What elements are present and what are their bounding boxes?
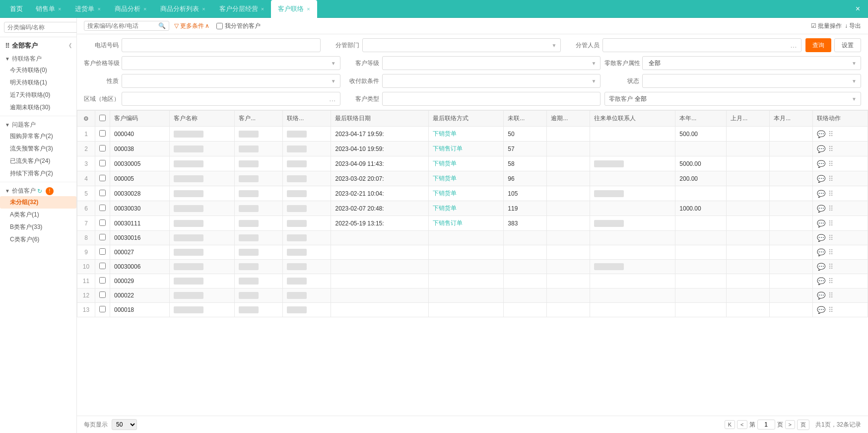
tab-customer-tier-close[interactable]: × (261, 6, 264, 12)
more-conditions-btn[interactable]: ▽ 更多条件 ∧ (174, 22, 209, 30)
menu-icon[interactable]: ⠿ (828, 160, 833, 168)
first-page-btn[interactable]: K (725, 420, 735, 429)
gender-select[interactable]: ▼ (122, 74, 340, 88)
tab-product-analysis-list-close[interactable]: × (202, 6, 205, 12)
status-select[interactable]: ▼ (642, 74, 861, 88)
tab-purchase-close[interactable]: × (97, 6, 100, 12)
last-way-link[interactable]: 下销售订单 (433, 219, 463, 226)
last-way-link[interactable]: 下销货单 (433, 205, 457, 212)
tab-sales[interactable]: 销售单 × (29, 0, 68, 18)
sidebar-search-input[interactable] (4, 22, 77, 33)
chat-icon[interactable]: 💬 (817, 277, 825, 285)
tab-customer-contact[interactable]: 客户联络 × (271, 0, 317, 18)
last-way-link[interactable]: 下销货单 (433, 160, 457, 167)
sidebar-item-today[interactable]: 今天待联络(0) (0, 64, 76, 76)
row-checkbox[interactable] (99, 248, 106, 255)
menu-icon[interactable]: ⠿ (828, 306, 833, 314)
row-checkbox[interactable] (99, 234, 106, 240)
menu-icon[interactable]: ⠿ (828, 190, 833, 198)
price-level-select[interactable]: ▼ (122, 56, 340, 70)
chat-icon[interactable]: 💬 (817, 175, 825, 183)
row-checkbox[interactable] (99, 291, 106, 298)
tab-home[interactable]: 首页 (4, 0, 29, 18)
phone-input[interactable] (122, 38, 321, 52)
menu-icon[interactable]: ⠿ (828, 234, 833, 242)
next-page-btn[interactable]: > (785, 420, 795, 429)
tab-customer-contact-close[interactable]: × (307, 6, 310, 12)
row-checkbox[interactable] (99, 219, 106, 226)
chat-icon[interactable]: 💬 (817, 205, 825, 213)
sidebar-item-churn-risk[interactable]: 流失预警客户(3) (0, 143, 76, 155)
chat-icon[interactable]: 💬 (817, 234, 825, 242)
sidebar-item-unclassified[interactable]: 未分组(32) (0, 196, 76, 209)
row-checkbox[interactable] (99, 160, 106, 166)
chat-icon[interactable]: 💬 (817, 145, 825, 153)
manager-dots[interactable]: … (790, 41, 797, 49)
chat-icon[interactable]: 💬 (817, 291, 825, 299)
sidebar-item-abnormal[interactable]: 囤购异常客户(2) (0, 130, 76, 143)
tab-product-analysis-list[interactable]: 商品分析列表 × (153, 0, 212, 18)
row-checkbox[interactable] (99, 263, 106, 269)
tab-purchase[interactable]: 进货单 × (68, 0, 107, 18)
last-way-link[interactable]: 下销货单 (433, 190, 457, 197)
per-page-select[interactable]: 50 20 100 (112, 419, 137, 430)
menu-icon[interactable]: ⠿ (828, 175, 833, 183)
sidebar-item-c[interactable]: C类客户(6) (0, 233, 76, 246)
sidebar-item-b[interactable]: B类客户(33) (0, 221, 76, 233)
chat-icon[interactable]: 💬 (817, 130, 825, 138)
row-checkbox[interactable] (99, 145, 106, 151)
col-checkbox-all[interactable] (95, 111, 110, 127)
chat-icon[interactable]: 💬 (817, 160, 825, 168)
problem-customer-group[interactable]: ▼ 问题客户 (0, 118, 76, 130)
row-checkbox[interactable] (99, 190, 106, 196)
menu-icon[interactable]: ⠿ (828, 205, 833, 213)
col-gear[interactable]: ⚙ (77, 111, 95, 127)
chat-icon[interactable]: 💬 (817, 306, 825, 314)
payment-select[interactable]: ▼ (382, 74, 601, 88)
pending-contact-group[interactable]: ▼ 待联络客户 (0, 52, 76, 64)
menu-icon[interactable]: ⠿ (828, 277, 833, 285)
chat-icon[interactable]: 💬 (817, 263, 825, 271)
search-button-icon[interactable]: 🔍 (158, 22, 166, 29)
row-checkbox[interactable] (99, 277, 106, 284)
last-page-btn[interactable]: 页 (797, 420, 809, 430)
tab-product-analysis[interactable]: 商品分析 × (108, 0, 153, 18)
my-customers-checkbox[interactable] (216, 23, 223, 29)
select-all-checkbox[interactable] (99, 115, 106, 121)
sidebar-item-persistent[interactable]: 持续下滑客户(2) (0, 167, 76, 180)
sidebar-item-overdue[interactable]: 逾期未联络(30) (0, 101, 76, 114)
retail-select[interactable]: 零散客户 全部 ▼ (604, 92, 861, 106)
last-way-link[interactable]: 下销售订单 (433, 145, 463, 152)
menu-icon[interactable]: ⠿ (828, 263, 833, 271)
chat-icon[interactable]: 💬 (817, 219, 825, 227)
chat-icon[interactable]: 💬 (817, 248, 825, 256)
tab-sales-close[interactable]: × (58, 6, 61, 12)
manager-select[interactable]: … (602, 38, 801, 52)
prev-page-btn[interactable]: < (737, 420, 747, 429)
reset-button[interactable]: 设置 (834, 38, 861, 52)
sidebar-all-customers[interactable]: ⠿ 全部客户 《 (0, 37, 76, 52)
menu-icon[interactable]: ⠿ (828, 248, 833, 256)
menu-icon[interactable]: ⠿ (828, 130, 833, 138)
menu-icon[interactable]: ⠿ (828, 219, 833, 227)
last-way-link[interactable]: 下销货单 (433, 130, 457, 137)
sidebar-item-lost[interactable]: 已流失客户(24) (0, 155, 76, 167)
menu-icon[interactable]: ⠿ (828, 291, 833, 299)
tab-customer-tier[interactable]: 客户分层经营 × (212, 0, 271, 18)
sidebar-item-near7[interactable]: 近7天待联络(0) (0, 89, 76, 101)
tab-product-analysis-close[interactable]: × (143, 6, 146, 12)
query-button[interactable]: 查询 (805, 38, 831, 52)
row-checkbox[interactable] (99, 306, 106, 312)
sidebar-item-a[interactable]: A类客户(1) (0, 209, 76, 221)
menu-icon[interactable]: ⠿ (828, 145, 833, 153)
tab-close-all[interactable]: × (852, 4, 864, 13)
chat-icon[interactable]: 💬 (817, 190, 825, 198)
row-checkbox[interactable] (99, 175, 106, 181)
export-button[interactable]: ↓ 导出 (845, 22, 861, 30)
row-checkbox[interactable] (99, 205, 106, 211)
refresh-icon[interactable]: ↻ (37, 188, 44, 195)
row-checkbox[interactable] (99, 130, 106, 137)
dept-select[interactable]: ▼ (362, 38, 561, 52)
cust-level-select[interactable]: ▼ (382, 56, 601, 70)
cust-type-select[interactable] (382, 92, 601, 106)
